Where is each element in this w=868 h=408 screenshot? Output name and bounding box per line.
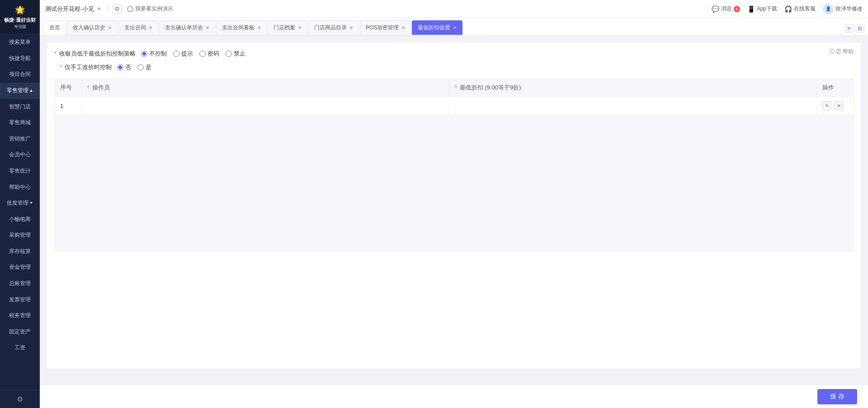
save-button[interactable]: 保 存 [817,389,857,404]
td-seq: 1 [55,97,82,115]
demo-link[interactable]: 我要看实例演示 [127,5,173,13]
th-seq: 序号 [55,79,82,96]
content-card: ⓘ ② 帮助 * 收银员低于最低折扣控制策略 不控制 提示 [47,42,861,368]
page-content: ⓘ ② 帮助 * 收银员低于最低折扣控制策略 不控制 提示 [40,35,868,385]
field2-label: * 仅手工改价时控制 [60,63,112,71]
help-icon: ⓘ [829,48,835,56]
radio-forbid[interactable]: 禁止 [226,50,245,58]
radio-password[interactable]: 密码 [199,50,219,58]
td-discount [449,97,817,115]
sidebar-item-tax[interactable]: 税务管理 [0,308,40,324]
form-row-2: * 仅手工改价时控制 否 是 [54,63,854,71]
table-header: 序号 * 操作员 * 最低折扣 (9.00等于9折) 操作 [55,79,853,97]
demo-circle-icon [127,6,133,12]
radio-none-input[interactable] [141,51,147,57]
sidebar-item-wholesale[interactable]: 批发管理 ▼ [0,195,40,211]
radio-hint-input[interactable] [173,51,179,57]
topbar: 测试分开花程-小见 ▼ ⚙ 我要看实例演示 💬 消息 8 📱 App下载 🎧 [40,0,868,18]
td-operator [82,97,449,115]
edit-row-button[interactable]: ✎ [822,101,831,110]
settings-icon[interactable]: ⚙ [113,5,122,14]
sidebar-item-retail[interactable]: 零售管理 ▲ [0,83,40,99]
tab-close-expense-board[interactable]: ✕ [257,25,261,30]
delete-row-button[interactable]: ✕ [834,101,843,110]
tab-pos[interactable]: POS加密管理 ✕ [360,20,411,35]
sidebar-item-smart-store[interactable]: 智慧门店 [0,99,40,115]
tab-income[interactable]: 收入确认历史 ✕ [67,20,118,35]
th-operator: * 操作员 [82,79,449,96]
sidebar-item-help[interactable]: 帮助中心 [0,179,40,196]
project-selector[interactable]: 测试分开花程-小见 ▼ [45,5,101,13]
radio-no[interactable]: 否 [117,63,131,71]
sidebar-item-fund[interactable]: 资金管理 [0,259,40,276]
sidebar-item-member[interactable]: 会员中心 [0,147,40,163]
headset-icon: 🎧 [784,5,792,13]
logo-text: 畅捷·通好业财 [2,17,38,23]
app-download-button[interactable]: 📱 App下载 [747,5,777,13]
radio-group-1: 不控制 提示 密码 禁止 [141,50,245,58]
tab-expand-button[interactable]: ⊞ [855,24,864,33]
help-link[interactable]: ⓘ ② 帮助 [829,48,854,56]
sidebar-item-search[interactable]: 搜索菜单 [0,34,40,51]
message-button[interactable]: 💬 消息 8 [712,5,740,13]
message-icon: 💬 [712,5,719,13]
tab-close-contract-out[interactable]: ✕ [149,25,152,30]
sidebar-item-invoice[interactable]: 发票管理 [0,292,40,308]
radio-yes[interactable]: 是 [137,63,151,71]
sidebar-item-contract[interactable]: 项目合同 [0,66,40,83]
sidebar-item-inventory[interactable]: 库存核算 [0,244,40,260]
radio-none[interactable]: 不控制 [141,50,167,58]
tab-close-store-products[interactable]: ✕ [349,25,353,30]
sidebar-item-assets[interactable]: 固定资产 [0,324,40,340]
form-row-1: * 收银员低于最低折扣控制策略 不控制 提示 密码 [54,50,854,58]
radio-group-2: 否 是 [117,63,151,71]
radio-forbid-input[interactable] [226,51,232,57]
radio-hint[interactable]: 提示 [173,50,193,58]
tab-contract-out[interactable]: 支出合同 ✕ [118,20,158,35]
td-actions: ✎ ✕ [817,97,853,115]
project-name: 测试分开花程-小见 [45,5,94,13]
tab-close-store-files[interactable]: ✕ [298,25,302,30]
sidebar-item-ledger[interactable]: 总账管理 [0,276,40,292]
project-dropdown-arrow: ▼ [97,6,101,11]
tab-store-products[interactable]: 门店商品目录 ✕ [308,20,359,35]
tab-close-all-button[interactable]: ✕ [844,24,854,33]
message-badge: 8 [734,6,740,12]
logo-sub: 专业版 [2,24,38,30]
th-discount: * 最低折扣 (9.00等于9折) [449,79,817,96]
tab-discount[interactable]: 最低折扣设置 ✕ [412,20,462,35]
sidebar-item-quicknav[interactable]: 快捷导航 [0,51,40,67]
sidebar-logo: 🌟 畅捷·通好业财 专业版 [0,0,40,34]
bottom-bar: 保 存 [40,385,868,408]
tab-store-files[interactable]: 门店档案 ✕ [268,20,307,35]
tab-expense-board[interactable]: 支出合同看板 ✕ [216,20,267,35]
tabs-controls: ✕ ⊞ [844,24,864,35]
main-area: 测试分开花程-小见 ▼ ⚙ 我要看实例演示 💬 消息 8 📱 App下载 🎧 [40,0,868,408]
logo-icon: 🌟 [2,5,38,16]
user-menu[interactable]: 👤 徐泽华修改 [823,4,863,14]
sidebar-item-marketing[interactable]: 营销推广 [0,131,40,147]
radio-password-input[interactable] [199,51,206,57]
tab-close-expense-confirm[interactable]: ✕ [206,25,209,30]
sidebar-settings-button[interactable]: ⚙ [0,390,40,408]
field1-label: * 收银员低于最低折扣控制策略 [54,50,136,58]
sidebar-item-ecommerce[interactable]: 小畅电商 [0,211,40,228]
radio-no-input[interactable] [117,64,123,70]
tab-close-income[interactable]: ✕ [108,25,112,30]
table-row: 1 ✎ ✕ [55,97,853,115]
sidebar-item-salary[interactable]: 工资 [0,340,40,356]
radio-yes-input[interactable] [137,64,144,70]
sidebar: 🌟 畅捷·通好业财 专业版 搜索菜单 快捷导航 项目合同 零售管理 ▲ 智慧门店… [0,0,40,408]
tab-close-discount[interactable]: ✕ [453,25,457,30]
th-action: 操作 [817,79,853,96]
tab-expense-confirm[interactable]: 支出确认单历史 ✕ [159,20,215,35]
divider [107,5,107,13]
table-empty-area [55,115,853,251]
sidebar-item-purchase[interactable]: 采购管理 [0,227,40,244]
service-button[interactable]: 🎧 在线客服 [784,5,816,13]
sidebar-item-mall[interactable]: 零售商城 [0,115,40,131]
tab-close-pos[interactable]: ✕ [401,25,405,30]
phone-icon: 📱 [747,5,755,13]
tab-home[interactable]: 首页 [43,20,66,35]
sidebar-item-stats[interactable]: 零售统计 [0,163,40,179]
